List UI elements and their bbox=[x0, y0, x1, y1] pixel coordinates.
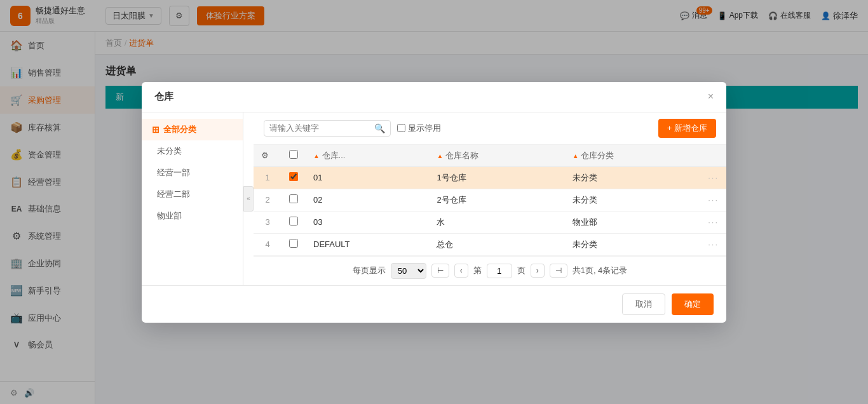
row-checkbox[interactable] bbox=[289, 194, 298, 203]
row-category: 物业部 bbox=[565, 211, 700, 233]
warehouse-modal: 仓库 × ⊞ 全部分类 未分类 经营一部 经营二部 bbox=[142, 82, 726, 323]
category-item-2[interactable]: 经营二部 bbox=[142, 184, 243, 205]
col-gear-icon: ⚙ bbox=[261, 151, 269, 160]
row-checkbox[interactable] bbox=[289, 172, 298, 181]
per-page-select[interactable]: 50 100 200 bbox=[391, 263, 426, 279]
row-category: 未分类 bbox=[565, 189, 700, 211]
row-gear-cell: 1 bbox=[254, 166, 281, 189]
cancel-button[interactable]: 取消 bbox=[622, 293, 665, 315]
row-name: 2号仓库 bbox=[429, 189, 564, 211]
row-actions[interactable]: ··· bbox=[700, 233, 726, 255]
first-page-button[interactable]: ⊢ bbox=[431, 264, 449, 278]
sort-icon: ▲ bbox=[313, 152, 320, 159]
last-page-button[interactable]: ⊣ bbox=[550, 264, 567, 278]
row-gear-cell: 4 bbox=[254, 233, 281, 255]
modal-close-button[interactable]: × bbox=[708, 91, 714, 102]
page-label: 第 bbox=[473, 265, 482, 276]
confirm-button[interactable]: 确定 bbox=[672, 293, 714, 315]
collapse-icon: « bbox=[247, 195, 250, 202]
row-category: 未分类 bbox=[565, 166, 700, 189]
modal-title: 仓库 bbox=[154, 91, 173, 103]
row-gear-cell: 3 bbox=[254, 211, 281, 233]
search-icon: 🔍 bbox=[374, 123, 385, 133]
pagination: 每页显示 50 100 200 ⊢ ‹ 第 页 › ⊣ 共1页, 4条记录 bbox=[254, 256, 726, 285]
per-page-label: 每页显示 bbox=[353, 265, 386, 276]
row-gear-cell: 2 bbox=[254, 189, 281, 211]
row-category: 未分类 bbox=[565, 233, 700, 255]
row-checkbox[interactable] bbox=[289, 239, 298, 248]
col-name: ▲ 仓库名称 bbox=[429, 145, 564, 167]
row-code: 03 bbox=[306, 211, 429, 233]
all-categories-item[interactable]: ⊞ 全部分类 bbox=[142, 119, 243, 140]
collapse-sidebar-button[interactable]: « bbox=[243, 186, 254, 212]
row-code: 02 bbox=[306, 189, 429, 211]
row-actions[interactable]: ··· bbox=[700, 211, 726, 233]
category-sidebar: ⊞ 全部分类 未分类 经营一部 经营二部 物业部 bbox=[142, 112, 243, 285]
row-name: 总仓 bbox=[429, 233, 564, 255]
table-row[interactable]: 1 01 1号仓库 未分类 ··· bbox=[254, 166, 726, 189]
row-name: 1号仓库 bbox=[429, 166, 564, 189]
row-code: 01 bbox=[306, 166, 429, 189]
row-check-cell bbox=[281, 166, 306, 189]
col-gear: ⚙ bbox=[254, 145, 281, 167]
next-page-button[interactable]: › bbox=[531, 264, 545, 278]
modal-toolbar: 🔍 显示停用 + 新增仓库 bbox=[254, 112, 726, 145]
show-disabled-label[interactable]: 显示停用 bbox=[397, 123, 441, 134]
warehouse-table: ⚙ ▲ 仓库... ▲ bbox=[254, 145, 726, 256]
table-row[interactable]: 2 02 2号仓库 未分类 ··· bbox=[254, 189, 726, 211]
category-item-1[interactable]: 经营一部 bbox=[142, 162, 243, 184]
category-item-3[interactable]: 物业部 bbox=[142, 205, 243, 227]
show-disabled-checkbox[interactable] bbox=[397, 124, 405, 132]
sort-icon-name: ▲ bbox=[437, 152, 443, 159]
modal-header: 仓库 × bbox=[142, 82, 726, 112]
select-all-checkbox[interactable] bbox=[289, 150, 298, 159]
total-label: 共1页, 4条记录 bbox=[573, 265, 628, 276]
new-warehouse-button[interactable]: + 新增仓库 bbox=[658, 119, 716, 138]
table-row[interactable]: 4 DEFAULT 总仓 未分类 ··· bbox=[254, 233, 726, 255]
row-check-cell bbox=[281, 211, 306, 233]
row-code: DEFAULT bbox=[306, 233, 429, 255]
modal-body: ⊞ 全部分类 未分类 经营一部 经营二部 物业部 « bbox=[142, 112, 726, 285]
col-actions bbox=[700, 145, 726, 167]
category-item-0[interactable]: 未分类 bbox=[142, 140, 243, 162]
row-actions[interactable]: ··· bbox=[700, 166, 726, 189]
page-number-input[interactable] bbox=[487, 264, 512, 278]
search-input[interactable] bbox=[269, 123, 370, 133]
col-check bbox=[281, 145, 306, 167]
modal-main: 🔍 显示停用 + 新增仓库 ⚙ bbox=[254, 112, 726, 285]
row-checkbox[interactable] bbox=[289, 217, 298, 226]
table-row[interactable]: 3 03 水 物业部 ··· bbox=[254, 211, 726, 233]
prev-page-button[interactable]: ‹ bbox=[454, 264, 468, 278]
col-category: ▲ 仓库分类 bbox=[565, 145, 700, 167]
sort-icon-cat: ▲ bbox=[573, 152, 579, 159]
grid-icon: ⊞ bbox=[152, 125, 159, 135]
row-actions[interactable]: ··· bbox=[700, 189, 726, 211]
modal-footer: 取消 确定 bbox=[142, 285, 726, 323]
all-categories-label: 全部分类 bbox=[163, 124, 196, 135]
row-check-cell bbox=[281, 233, 306, 255]
table-header-row: ⚙ ▲ 仓库... ▲ bbox=[254, 145, 726, 167]
row-check-cell bbox=[281, 189, 306, 211]
col-code: ▲ 仓库... bbox=[306, 145, 429, 167]
page-unit: 页 bbox=[517, 265, 526, 276]
row-name: 水 bbox=[429, 211, 564, 233]
modal-overlay: 仓库 × ⊞ 全部分类 未分类 经营一部 经营二部 bbox=[0, 0, 868, 404]
search-box: 🔍 bbox=[264, 120, 391, 137]
